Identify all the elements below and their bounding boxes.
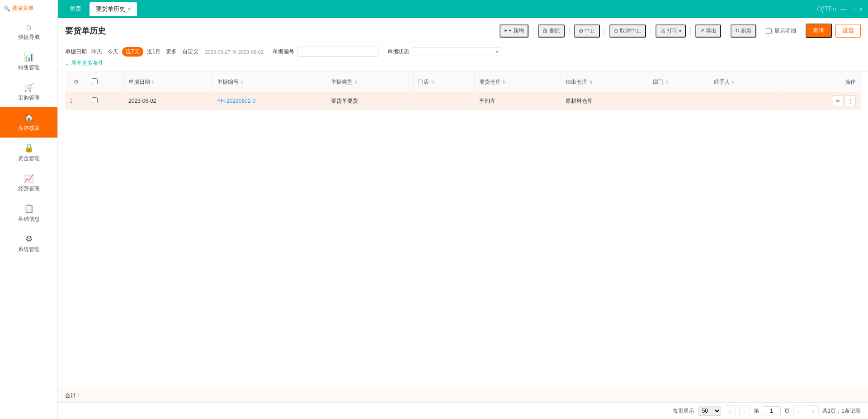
select-all-checkbox[interactable] bbox=[92, 78, 98, 84]
last-page-button[interactable]: » bbox=[808, 405, 819, 416]
export-button[interactable]: ↗ 导出 bbox=[695, 24, 721, 38]
row-date-cell: 2023-06-02 bbox=[124, 92, 212, 110]
col-checkbox[interactable] bbox=[87, 72, 124, 92]
refresh-icon: ↻ bbox=[735, 28, 740, 34]
tab-close-icon[interactable]: × bbox=[128, 6, 131, 12]
tab-home-label: 首页 bbox=[70, 5, 81, 13]
row-req-warehouse-cell: 车间库 bbox=[474, 92, 561, 110]
row-handler-cell bbox=[709, 92, 783, 110]
new-button[interactable]: + + 新增 bbox=[500, 24, 528, 38]
docno-input[interactable] bbox=[297, 47, 378, 57]
sidebar-item-label: 库存核算 bbox=[18, 124, 40, 132]
row-date: 2023-06-02 bbox=[128, 98, 156, 104]
row-edit-button[interactable]: ✏ bbox=[833, 95, 844, 106]
show-detail-toggle[interactable]: 显示明细 bbox=[766, 27, 796, 35]
maximize-button[interactable]: □ bbox=[851, 6, 855, 13]
row-checkbox-cell[interactable] bbox=[87, 92, 124, 110]
col-req-warehouse-label: 要货仓库 bbox=[479, 79, 501, 85]
shortcut-more[interactable]: 更多 bbox=[164, 47, 179, 57]
filter-date: 单据日期 昨天 今天 近7天 近1月 更多 自定义 2023-05-27 至 2… bbox=[65, 47, 264, 57]
page-number-input[interactable] bbox=[763, 406, 781, 415]
delete-label: 删除 bbox=[549, 27, 560, 35]
next-page-button[interactable]: › bbox=[793, 405, 804, 416]
col-store[interactable]: 门店 ⇅ bbox=[414, 72, 474, 92]
expand-chevron-icon: ⌄ bbox=[65, 60, 70, 67]
cancel-stop-button[interactable]: ⊙ 取消中止 bbox=[609, 24, 646, 38]
col-settings[interactable]: ⚙ bbox=[65, 72, 87, 92]
shortcut-yesterday[interactable]: 昨天 bbox=[90, 47, 104, 57]
row-docno-cell[interactable]: YH-20230602-0 bbox=[212, 92, 326, 110]
sidebar-item-quick-nav[interactable]: ⌂ 快捷导航 bbox=[0, 17, 57, 47]
new-label: + 新增 bbox=[509, 27, 524, 35]
sort-icon-department: ⇅ bbox=[665, 80, 669, 85]
row-department-cell bbox=[648, 92, 709, 110]
print-icon: 🖨 bbox=[660, 28, 665, 34]
sidebar-item-operation[interactable]: 📈 经营管理 bbox=[0, 168, 57, 198]
settings-button[interactable]: 设置 bbox=[835, 24, 861, 38]
query-button[interactable]: 查询 bbox=[806, 24, 832, 38]
sidebar-item-system[interactable]: ⚙ 系统管理 bbox=[0, 229, 57, 259]
date-filter-label: 单据日期 bbox=[65, 48, 87, 56]
col-handler[interactable]: 经手人 ⇅ bbox=[709, 72, 783, 92]
sidebar-item-sales[interactable]: 📊 销售管理 bbox=[0, 47, 57, 77]
sidebar-item-label: 基础信息 bbox=[18, 215, 40, 223]
status-dropdown-icon: ▾ bbox=[496, 49, 498, 54]
sidebar-item-inventory[interactable]: 🏠 库存核算 bbox=[0, 107, 57, 138]
sidebar-item-purchase[interactable]: 🛒 采购管理 bbox=[0, 77, 57, 107]
shortcut-custom[interactable]: 自定义 bbox=[180, 47, 200, 57]
col-req-warehouse[interactable]: 要货仓库 ⇅ bbox=[474, 72, 561, 92]
page-size-select[interactable]: 50 20 100 200 bbox=[698, 406, 721, 416]
export-icon: ↗ bbox=[700, 28, 704, 34]
column-settings-icon[interactable]: ⚙ bbox=[70, 76, 82, 88]
sidebar-search-label: 搜索菜单 bbox=[12, 5, 34, 12]
data-table: ⚙ 单据日期 ⇅ 单据编号 ⇅ bbox=[65, 72, 861, 110]
minimize-button[interactable]: — bbox=[841, 6, 847, 13]
tab-active[interactable]: 要货单历史 × bbox=[90, 2, 137, 16]
col-doctype[interactable]: 单据类型 ⇅ bbox=[326, 72, 414, 92]
sidebar-item-basic[interactable]: 📋 基础信息 bbox=[0, 198, 57, 229]
col-date[interactable]: 单据日期 ⇅ bbox=[124, 72, 212, 92]
page-header: 要货单历史 + + 新增 🗑 删除 ⊘ 中止 ⊙ bbox=[58, 18, 868, 42]
row-num-cell: 1 bbox=[65, 92, 87, 110]
col-date-label: 单据日期 bbox=[128, 79, 150, 85]
row-req-warehouse: 车间库 bbox=[479, 98, 495, 104]
total-label: 合计： bbox=[65, 392, 81, 400]
sidebar-search[interactable]: 🔍 搜索菜单 bbox=[0, 0, 57, 17]
expand-more-btn[interactable]: ⌄ 展开更多条件 bbox=[65, 59, 861, 67]
table-row: 1 2023-06-02 YH-20230602-0 要货单要货 bbox=[65, 92, 861, 110]
search-icon: 🔍 bbox=[4, 5, 10, 12]
sidebar-item-finance[interactable]: 🔒 资金管理 bbox=[0, 138, 57, 168]
docno-filter-label: 单据编号 bbox=[273, 48, 294, 56]
refresh-button[interactable]: ↻ 刷新 bbox=[731, 24, 756, 38]
finance-icon: 🔒 bbox=[24, 143, 34, 153]
row-checkbox[interactable] bbox=[92, 97, 98, 103]
col-docno[interactable]: 单据编号 ⇅ bbox=[212, 72, 326, 92]
sidebar-item-label: 采购管理 bbox=[18, 94, 40, 102]
row-more-button[interactable]: ⋮ bbox=[845, 95, 856, 106]
shortcut-today[interactable]: 今天 bbox=[106, 47, 120, 57]
delete-button[interactable]: 🗑 删除 bbox=[538, 24, 565, 38]
sidebar: 🔍 搜索菜单 ⌂ 快捷导航 📊 销售管理 🛒 采购管理 🏠 库存核算 🔒 资金管… bbox=[0, 0, 58, 419]
col-department[interactable]: 部门 ⇅ bbox=[648, 72, 709, 92]
shortcut-1month[interactable]: 近1月 bbox=[145, 47, 163, 57]
print-button[interactable]: 🖨 打印 ▾ bbox=[656, 24, 686, 38]
sidebar-item-label: 销售管理 bbox=[18, 64, 40, 71]
stop-button[interactable]: ⊘ 中止 bbox=[574, 24, 600, 38]
prev-page-button[interactable]: ‹ bbox=[739, 405, 750, 416]
sort-icon-handler: ⇅ bbox=[731, 80, 735, 85]
row-store-cell bbox=[414, 92, 474, 110]
sidebar-item-label: 经营管理 bbox=[18, 185, 40, 193]
sidebar-item-label: 快捷导航 bbox=[18, 33, 40, 41]
col-pending-warehouse[interactable]: 待出仓库 ⇅ bbox=[561, 72, 648, 92]
status-select[interactable]: ▾ bbox=[412, 48, 502, 56]
show-detail-checkbox[interactable] bbox=[766, 28, 772, 34]
row-pending-warehouse-cell: 原材料仓库 bbox=[561, 92, 648, 110]
toolbar: + + 新增 🗑 删除 ⊘ 中止 ⊙ 取消中止 bbox=[500, 24, 861, 38]
sort-icon-req-warehouse: ⇅ bbox=[502, 80, 506, 85]
tab-home[interactable]: 首页 bbox=[63, 2, 88, 16]
shortcut-7days[interactable]: 近7天 bbox=[122, 47, 143, 57]
first-page-button[interactable]: « bbox=[725, 405, 736, 416]
row-docno-link[interactable]: YH-20230602-0 bbox=[217, 98, 255, 104]
close-button[interactable]: × bbox=[859, 6, 863, 13]
cancel-stop-label: 取消中止 bbox=[620, 27, 642, 35]
